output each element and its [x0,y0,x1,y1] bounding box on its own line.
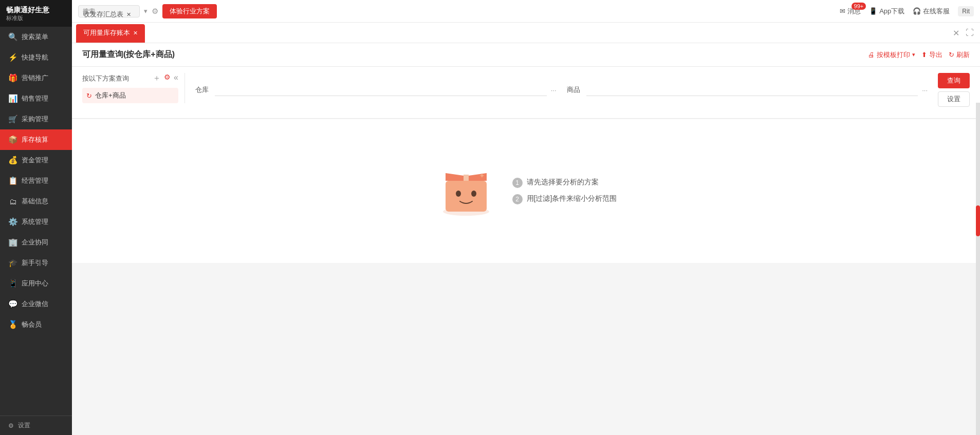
user-area[interactable]: Rit [958,6,974,16]
message-badge: 99+ [852,3,866,10]
sidebar-item-finance[interactable]: 💰资金管理 [0,150,72,171]
app-download-area[interactable]: 📱 App下载 [869,7,904,16]
sidebar-label-search: 搜索菜单 [22,32,48,42]
sidebar-item-enterprise[interactable]: 🏢企业协同 [0,232,72,253]
sidebar-label-appcenter: 应用中心 [22,279,48,288]
headset-icon: 🎧 [913,7,921,15]
refresh-btn[interactable]: ↻ 刷新 [949,50,970,60]
sidebar-label-system: 系统管理 [22,217,48,226]
export-btn[interactable]: ⬆ 导出 [921,50,942,60]
sidebar-icon-enterprise: 🏢 [8,238,17,247]
sidebar-icon-newuser: 🎓 [8,258,17,268]
sidebar-label-member: 畅会员 [22,320,42,329]
svg-text:✦: ✦ [479,172,485,180]
sidebar-item-purchase[interactable]: 🛒采购管理 [0,109,72,129]
tab-close-available-ledger[interactable]: ✕ [133,30,138,36]
goods-more-icon[interactable]: ··· [922,86,928,94]
tip-2-text: 用[过滤]条件来缩小分析范围 [527,194,617,203]
warehouse-input[interactable] [215,84,547,96]
sidebar-item-marketing[interactable]: 🎁营销推广 [0,68,72,88]
phone-icon: 📱 [869,7,877,15]
empty-state: ✦ 1 请先选择要分析的方案 2 用[过滤]条件来缩小分析范围 [72,119,980,263]
sidebar-icon-system: ⚙️ [8,217,17,226]
sidebar-icon-search: 🔍 [8,32,17,42]
sidebar-scroll: 🔍搜索菜单⚡快捷导航🎁营销推广📊销售管理🛒采购管理📦库存核算💰资金管理📋经营管理… [0,27,72,415]
sidebar-item-member[interactable]: 🏅畅会员 [0,314,72,335]
scrollbar-thumb[interactable] [976,205,980,236]
print-chevron-icon: ▾ [912,51,915,58]
user-name-label: Rit [962,8,970,15]
online-service-area[interactable]: 🎧 在线客服 [913,7,950,16]
query-button[interactable]: 查询 [938,73,970,88]
sidebar-footer-label: 设置 [18,421,30,430]
page-header: 可用量查询(按仓库+商品) 🖨 按模板打印 ▾ ⬆ 导出 ↻ 刷新 [72,43,980,67]
sidebar-icon-finance: 💰 [8,156,17,165]
sidebar-icon-operations: 📋 [8,176,17,185]
sidebar-icon-basic: 🗂 [8,197,17,206]
app-subtitle: 标准版 [6,14,66,22]
filter-right: 仓库 ··· 商品 ··· 查询 设置 [185,73,970,112]
sidebar-item-appcenter[interactable]: 📱应用中心 [0,273,72,294]
message-area[interactable]: ✉ 消息 99+ [840,7,861,16]
app-title: 畅康通好生意 [6,5,66,14]
sidebar-footer[interactable]: ⚙ 设置 [0,415,72,435]
online-service-label: 在线客服 [923,7,950,16]
settings-button[interactable]: 设置 [938,91,970,107]
warehouse-more-icon[interactable]: ··· [551,86,557,94]
tip-num-2: 2 [512,194,523,204]
goods-input[interactable] [586,84,918,96]
sidebar-label-marketing: 营销推广 [22,73,48,83]
tab-label-receive-summary: 收发存汇总表 [83,10,123,19]
settings-icon: ⚙ [8,422,14,429]
tab-batch-ledger[interactable]: 库存批次账✕ [76,0,145,6]
sidebar-icon-sales: 📊 [8,94,17,103]
sidebar-item-basic[interactable]: 🗂基础信息 [0,191,72,212]
maximize-tab-btn[interactable]: ⛶ [964,26,976,40]
sidebar-item-inventory[interactable]: 📦库存核算 [0,129,72,150]
print-btn[interactable]: 🖨 按模板打印 ▾ [868,50,915,60]
sidebar-item-sales[interactable]: 📊销售管理 [0,88,72,109]
goods-field: 商品 ··· [567,84,928,96]
sidebar-item-operations[interactable]: 📋经营管理 [0,171,72,191]
scheme-settings-icon[interactable]: ⚙ [164,73,171,84]
refresh-label: 刷新 [956,50,970,60]
tip-1-text: 请先选择要分析的方案 [527,178,599,187]
sidebar-label-quicknav: 快捷导航 [22,53,48,62]
sidebar-icon-appcenter: 📱 [8,279,17,288]
empty-tips: 1 请先选择要分析的方案 2 用[过滤]条件来缩小分析范围 [512,178,617,204]
sidebar-item-newuser[interactable]: 🎓新手引导 [0,253,72,273]
app-download-label: App下载 [879,7,904,16]
empty-tip-2: 2 用[过滤]条件来缩小分析范围 [512,194,617,204]
empty-state-inner: ✦ 1 请先选择要分析的方案 2 用[过滤]条件来缩小分析范围 [435,160,617,222]
sidebar-icon-member: 🏅 [8,320,17,329]
tabs-container: 首页库存批次账✕收发存汇总表✕可用量库存账本✕ [76,0,145,43]
sidebar-label-enterprise: 企业协同 [22,238,48,247]
tab-available-ledger[interactable]: 可用量库存账本✕ [76,24,145,43]
filter-row-1: 仓库 ··· 商品 ··· 查询 设置 [195,73,970,107]
scheme-item[interactable]: ↻ 仓库+商品 [82,88,178,103]
empty-illustration: ✦ [435,160,497,222]
tab-receive-summary[interactable]: 收发存汇总表✕ [76,6,145,24]
sidebar-item-quicknav[interactable]: ⚡快捷导航 [0,47,72,68]
add-scheme-icon[interactable]: ＋ [153,73,161,84]
sidebar-header: 畅康通好生意 标准版 [0,0,72,27]
tab-close-receive-summary[interactable]: ✕ [126,11,131,18]
sidebar-item-wechat[interactable]: 💬企业微信 [0,294,72,314]
sidebar-item-system[interactable]: ⚙️系统管理 [0,212,72,232]
warehouse-label: 仓库 [195,85,211,94]
collapse-icon[interactable]: « [174,73,178,84]
svg-rect-1 [446,181,487,212]
action-buttons: 查询 设置 [938,73,970,107]
filter-left: 按以下方案查询 ＋ ⚙ « ↻ 仓库+商品 [82,73,185,103]
sidebar-icon-wechat: 💬 [8,299,17,309]
warehouse-field: 仓库 ··· [195,84,557,96]
industry-btn[interactable]: 体验行业方案 [162,4,217,18]
filter-left-header: 按以下方案查询 ＋ ⚙ « [82,73,178,84]
refresh-icon: ↻ [949,51,954,59]
topbar-gear-icon[interactable]: ⚙ [152,7,158,16]
page-content: 可用量查询(按仓库+商品) 🖨 按模板打印 ▾ ⬆ 导出 ↻ 刷新 [72,43,980,435]
tip-num-1: 1 [512,178,523,188]
close-tab-btn[interactable]: ✕ [951,26,961,40]
sidebar-item-search[interactable]: 🔍搜索菜单 [0,27,72,47]
filter-area: 按以下方案查询 ＋ ⚙ « ↻ 仓库+商品 仓库 [72,67,980,119]
